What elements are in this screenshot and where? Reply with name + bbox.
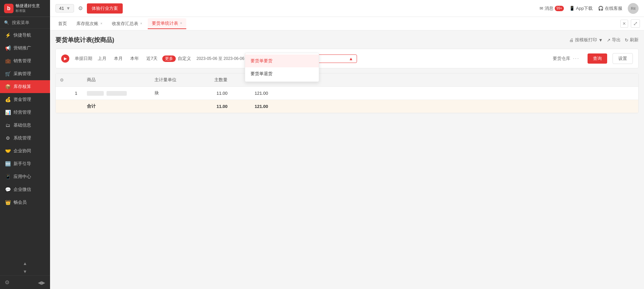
basic-icon: 🗂 (5, 123, 11, 128)
last-month-btn[interactable]: 上月 (95, 55, 109, 62)
sidebar-item-system[interactable]: ⚙ 系统管理 (0, 132, 50, 144)
sidebar-item-appcenter[interactable]: 📱 应用中心 (0, 170, 50, 183)
product-placeholder-1 (87, 91, 104, 96)
col-header-quantity: 主数量 (191, 73, 232, 87)
last-7days-btn[interactable]: 近7天 (144, 55, 160, 62)
sidebar-item-finance[interactable]: 💰 资金管理 (0, 93, 50, 106)
app-logo-icon: b (4, 4, 14, 13)
tab-order-stats[interactable]: 要货单统计表 × (148, 18, 186, 29)
tab-inventory-batch-label: 库存批次账 (76, 21, 98, 27)
col-header-extra (272, 73, 638, 87)
store-name: 41 (59, 6, 64, 11)
export-icon: ↗ (607, 38, 611, 43)
system-icon: ⚙ (5, 135, 11, 141)
more-badge[interactable]: 更多 (162, 55, 176, 62)
tab-receivable-summary[interactable]: 收发存汇总表 × (108, 19, 146, 29)
app-download-btn[interactable]: 📱 App下载 (569, 5, 593, 12)
sidebar-item-purchase[interactable]: 🛒 采购管理 (0, 67, 50, 80)
finance-icon: 💰 (5, 97, 11, 102)
industry-btn[interactable]: 体验行业方案 (87, 3, 123, 14)
search-icon: 🔍 (4, 20, 9, 25)
quick-nav-icon: ⚡ (5, 32, 11, 38)
sidebar-scroll-down[interactable]: ▼ (0, 267, 50, 275)
footer-amount: 121.00 (232, 100, 272, 113)
warehouse-filter-label: 要货仓库 (553, 55, 570, 62)
online-service-btn[interactable]: 🎧 在线客服 (598, 5, 622, 12)
sidebar-item-wechat[interactable]: 💬 企业微信 (0, 183, 50, 196)
sidebar-item-label: 新手引导 (14, 161, 31, 167)
sidebar-item-sales[interactable]: 💼 销售管理 (0, 54, 50, 67)
warehouse-more-icon[interactable]: ··· (573, 55, 579, 62)
query-btn[interactable]: 查询 (588, 53, 607, 64)
col-settings-icon[interactable]: ⚙ (60, 77, 64, 83)
tab-home[interactable]: 首页 (54, 19, 71, 29)
cell-settings (56, 87, 69, 100)
sidebar-item-label: 企业协同 (14, 148, 31, 154)
sidebar-item-label: 销售管理 (14, 58, 31, 64)
this-year-btn[interactable]: 本年 (127, 55, 142, 62)
tabs-expand: × ⤢ (620, 19, 640, 28)
tab-inventory-batch[interactable]: 库存批次账 × (72, 19, 106, 29)
sidebar-item-member[interactable]: 👑 畅会员 (0, 196, 50, 209)
wechat-icon: 💬 (5, 187, 11, 192)
date-filter-group: 单据日期 上月 本月 本年 近7天 更多 自定义 (75, 55, 191, 62)
content-area: 要货单统计表(按商品) 🖨 按模板打印 ▼ ↗ 导出 ↻ 刷新 ▶ (50, 30, 644, 289)
user-avatar[interactable]: Rit (628, 3, 639, 14)
export-label: 导出 (612, 37, 621, 43)
page-title: 要货单统计表(按商品) (55, 36, 114, 44)
filter-expand-btn[interactable]: ▶ (61, 54, 69, 63)
print-template-btn[interactable]: 🖨 按模板打印 ▼ (569, 37, 603, 43)
type-select-arrow-icon[interactable]: ▲ (349, 56, 353, 61)
service-icon: 🎧 (598, 6, 603, 11)
dropdown-item-return[interactable]: 要货单退货 (245, 67, 319, 80)
tab-receivable-summary-close[interactable]: × (140, 22, 142, 25)
tab-order-stats-label: 要货单统计表 (152, 20, 178, 26)
sidebar-item-label: 经营管理 (14, 109, 31, 115)
sidebar-item-operations[interactable]: 📊 经营管理 (0, 106, 50, 119)
page-actions: 🖨 按模板打印 ▼ ↗ 导出 ↻ 刷新 (569, 37, 639, 43)
tab-inventory-batch-close[interactable]: × (100, 22, 102, 25)
col-header-product: 商品 (83, 73, 150, 87)
messages-btn[interactable]: ✉ 消息 99+ (540, 5, 564, 12)
tab-home-label: 首页 (58, 21, 67, 27)
refresh-btn[interactable]: ↻ 刷新 (625, 37, 639, 43)
collapse-icon[interactable]: ◀▶ (38, 280, 45, 285)
app-logo-text: 畅捷通好生意 标准版 (16, 3, 40, 14)
topbar-right: ✉ 消息 99+ 📱 App下载 🎧 在线客服 Rit (540, 3, 639, 14)
sidebar-nav: ⚡ 快捷导航 📢 营销推广 💼 销售管理 🛒 采购管理 📦 库存核算 💰 资金管… (0, 29, 50, 259)
date-range-text: 2023-05-06 至 2023-06-06 (196, 56, 244, 62)
dropdown-item-requisition[interactable]: 要货单要货 (245, 54, 319, 67)
sidebar-item-marketing[interactable]: 📢 营销推广 (0, 42, 50, 54)
cell-amount: 121.00 (232, 87, 272, 100)
export-btn[interactable]: ↗ 导出 (607, 37, 621, 43)
cell-seq: 1 (69, 87, 83, 100)
sidebar-scroll-up[interactable]: ▲ (0, 259, 50, 267)
tabs-close-all-btn[interactable]: × (620, 20, 628, 28)
sidebar-item-label: 营销推广 (14, 45, 31, 51)
custom-date-btn[interactable]: 自定义 (178, 55, 191, 62)
message-icon: ✉ (540, 6, 543, 11)
warehouse-filter-group: 要货仓库 ··· (553, 55, 579, 62)
settings-btn[interactable]: 设置 (613, 53, 633, 64)
store-arrow-icon: ▼ (66, 6, 70, 11)
sidebar-item-basic[interactable]: 🗂 基础信息 (0, 119, 50, 132)
sidebar-search[interactable]: 🔍 搜索菜单 (0, 17, 50, 29)
sidebar-item-quick-nav[interactable]: ⚡ 快捷导航 (0, 29, 50, 42)
sidebar-item-guide[interactable]: 🆕 新手引导 (0, 157, 50, 170)
footer-quantity: 11.00 (191, 100, 232, 113)
refresh-label: 刷新 (630, 37, 639, 43)
sidebar-item-inventory[interactable]: 📦 库存核算 (0, 80, 50, 93)
date-filter-label: 单据日期 (75, 55, 92, 62)
sidebar-item-enterprise[interactable]: 🤝 企业协同 (0, 144, 50, 157)
cell-unit: 块 (150, 87, 191, 100)
tabs-fullscreen-btn[interactable]: ⤢ (631, 19, 640, 28)
filter-bar: ▶ 单据日期 上月 本月 本年 近7天 更多 自定义 2023-05-06 至 … (55, 49, 639, 68)
topbar-settings-icon[interactable]: ⚙ (78, 5, 83, 12)
settings-icon[interactable]: ⚙ (5, 279, 9, 286)
topbar: 41 ▼ ⚙ 体验行业方案 ✉ 消息 99+ 📱 App下载 🎧 在线客服 Ri… (50, 0, 644, 17)
tab-order-stats-close[interactable]: × (180, 21, 182, 25)
store-selector[interactable]: 41 ▼ (55, 4, 74, 13)
this-month-btn[interactable]: 本月 (111, 55, 125, 62)
product-placeholder-2 (106, 91, 127, 96)
table-row: 1 块 11.00 121.00 (56, 87, 638, 100)
